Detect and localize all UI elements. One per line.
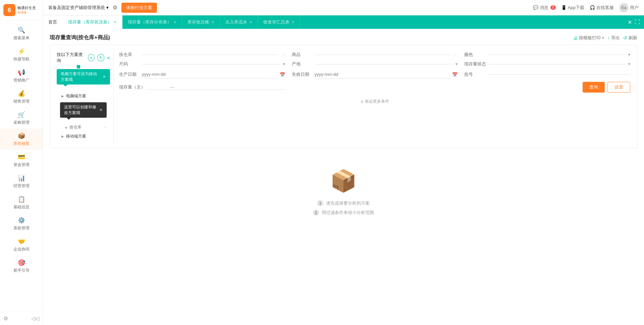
- size-dropdown-icon[interactable]: ▾: [283, 62, 285, 66]
- schema-desktop-arrow: ▶: [61, 94, 64, 98]
- purchase-icon: 🛒: [18, 111, 25, 118]
- sub-schema-dots: ···: [104, 125, 107, 129]
- trial-button[interactable]: 体验行业方案: [121, 3, 157, 13]
- stock-main-to-input[interactable]: [176, 85, 197, 90]
- tab-recv-send-summary[interactable]: 收发存汇总表 ✕: [258, 15, 300, 29]
- sidebar-item-system[interactable]: ⚙️ 系统管理: [0, 213, 43, 234]
- schema-desktop-label: 电脑端方案: [66, 93, 86, 99]
- schema-mobile-arrow: ▶: [61, 134, 64, 138]
- warehouse-dots[interactable]: ···: [281, 52, 285, 57]
- tab-recv-send-summary-close[interactable]: ✕: [291, 20, 294, 24]
- print-btn[interactable]: 🖨 按模板打印 ▾: [573, 35, 604, 41]
- tooltip1-text: 电脑方案可设为移动方案哦: [61, 71, 101, 83]
- collapse-label: 收起更多条件: [365, 99, 389, 104]
- app-download-icon: 📱: [561, 5, 567, 10]
- batch-label: 批号: [464, 71, 484, 77]
- tooltip1-close-btn[interactable]: ✕: [103, 74, 106, 79]
- tab-maximize-btn[interactable]: ⛶: [635, 19, 640, 25]
- color-dropdown-icon[interactable]: ▾: [628, 52, 630, 57]
- app-name: 畅通好生意: [17, 5, 36, 10]
- tab-inventory-dist-close[interactable]: ✕: [173, 20, 176, 24]
- tab-home[interactable]: 首页: [43, 15, 63, 29]
- user-menu-btn[interactable]: Ea 用户: [619, 3, 639, 12]
- system-name-selector[interactable]: 装备及固定资产辅助管理系统 ▾: [48, 5, 109, 11]
- tooltip2-close-btn[interactable]: ✕: [99, 108, 103, 112]
- sidebar-label-system: 系统管理: [13, 225, 30, 231]
- product-label: 商品: [292, 52, 312, 58]
- origin-dropdown-icon[interactable]: ▾: [455, 62, 458, 66]
- online-support-btn[interactable]: 🎧 在线客服: [590, 5, 614, 11]
- color-input-wrapper: [487, 55, 626, 55]
- field-prod-date: 生产日期 📅: [119, 70, 285, 78]
- filter-cycle-btn[interactable]: ↻: [97, 54, 104, 61]
- expire-date-calendar-icon[interactable]: 📅: [452, 72, 458, 77]
- refresh-icon: ↺: [623, 35, 627, 41]
- sidebar-settings-btn[interactable]: ⚙: [3, 315, 8, 322]
- sub-schema-row[interactable]: ▸ 按仓库 ···: [65, 124, 107, 130]
- tab-inventory-status-close[interactable]: ✕: [114, 20, 117, 24]
- notif-count-badge: 6: [550, 5, 556, 10]
- notif-label: 消息: [540, 5, 548, 11]
- filter-container: 按以下方案查询 + ↻ « 电脑方案可设为移动方案哦 ✕: [53, 48, 634, 145]
- query-button[interactable]: 查询: [583, 82, 605, 93]
- tab-batch-ledger[interactable]: 库存批次账 ✕: [182, 15, 220, 29]
- sidebar-item-guide[interactable]: 🎯 新手引导: [0, 256, 43, 277]
- inventory-icon: 📦: [18, 132, 25, 140]
- filter-left-panel: 按以下方案查询 + ↻ « 电脑方案可设为移动方案哦 ✕: [53, 48, 114, 145]
- warehouse-input-wrapper: [142, 55, 279, 55]
- prod-date-calendar-icon[interactable]: 📅: [280, 72, 285, 77]
- product-dots[interactable]: ···: [454, 52, 458, 57]
- reset-button[interactable]: 设置: [607, 82, 630, 93]
- print-icon: 🖨: [573, 35, 578, 41]
- top-header: 装备及固定资产辅助管理系统 ▾ ⚙ 体验行业方案 💬 消息 6 📱 App下载 …: [43, 0, 644, 15]
- sidebar-label-search-menu: 搜索菜单: [13, 35, 30, 41]
- schema-desktop-item[interactable]: ▶ 电脑端方案: [60, 91, 107, 101]
- stock-main-label: 现存量（主）: [119, 84, 145, 90]
- sidebar-item-quick-nav[interactable]: ⚡ 快捷导航: [0, 44, 43, 65]
- collapse-row[interactable]: ∧ 收起更多条件: [119, 96, 630, 107]
- tab-close-all-btn[interactable]: ✕: [628, 19, 632, 25]
- notification-btn[interactable]: 💬 消息 6: [533, 5, 556, 11]
- schema-mobile-item[interactable]: ▶ 移动端方案: [60, 131, 107, 141]
- sidebar-collapse-btn[interactable]: ◁◁: [31, 315, 39, 322]
- tab-inventory-dist[interactable]: 现存量（库存分布表） ✕: [122, 15, 182, 29]
- sidebar-item-enterprise[interactable]: 🤝 企业协同: [0, 234, 43, 256]
- tab-inout-flow-label: 出入库流水: [225, 19, 247, 25]
- field-warehouse: 按仓库 ···: [119, 52, 285, 58]
- tab-inout-flow[interactable]: 出入库流水 ✕: [220, 15, 258, 29]
- sidebar-item-basic-info[interactable]: 📋 基础信息: [0, 192, 43, 213]
- tooltip1-indicator: [77, 65, 80, 68]
- product-input-wrapper: [315, 55, 451, 55]
- stock-main-range: —: [148, 85, 285, 90]
- sidebar-item-finance[interactable]: 💳 资金管理: [0, 150, 43, 171]
- sidebar-item-operations[interactable]: 📊 经营管理: [0, 171, 43, 192]
- refresh-btn[interactable]: ↺ 刷新: [623, 35, 637, 41]
- sidebar-item-purchase[interactable]: 🛒 采购管理: [0, 108, 43, 129]
- range-separator: —: [170, 85, 174, 90]
- sidebar-label-sales: 销售管理: [13, 99, 30, 104]
- sidebar-item-sales[interactable]: 💰 销售管理: [0, 87, 43, 108]
- expire-date-input[interactable]: [315, 70, 450, 78]
- export-btn[interactable]: ↑ 导出: [607, 35, 620, 41]
- page-content: 现存量查询(按仓库+商品) 🖨 按模板打印 ▾ ↑ 导出 ↺ 刷新: [43, 29, 644, 325]
- tab-batch-ledger-close[interactable]: ✕: [211, 20, 214, 24]
- prod-date-input[interactable]: [142, 70, 277, 78]
- sidebar-item-inventory[interactable]: 📦 库存核算: [0, 129, 43, 150]
- tab-inout-flow-close[interactable]: ✕: [249, 20, 252, 24]
- tab-batch-ledger-label: 库存批次账: [187, 19, 209, 25]
- sidebar-label-basic-info: 基础信息: [13, 204, 30, 210]
- filter-add-btn[interactable]: +: [88, 54, 95, 61]
- stock-status-dropdown-icon[interactable]: ▾: [628, 62, 630, 66]
- sidebar-item-marketing[interactable]: 📢 营销推广: [0, 65, 43, 87]
- filter-back-btn[interactable]: «: [107, 55, 110, 61]
- sidebar-item-search-menu[interactable]: 🔍 搜索菜单: [0, 23, 43, 44]
- tooltip2-text: 这里可以创建和修改方案哦: [64, 104, 97, 116]
- avatar-initials: Ea: [622, 5, 627, 10]
- stock-main-from-input[interactable]: [148, 85, 168, 90]
- header-settings-icon[interactable]: ⚙: [113, 4, 117, 11]
- app-download-btn[interactable]: 📱 App下载: [561, 5, 584, 11]
- finance-icon: 💳: [18, 153, 25, 161]
- expire-date-label: 失效日期: [292, 71, 312, 77]
- tab-inventory-status[interactable]: 现存量（库存状况表） ✕: [63, 15, 122, 29]
- filter-grid: 按仓库 ··· 商品 ··· 颜色 ▾: [119, 52, 630, 96]
